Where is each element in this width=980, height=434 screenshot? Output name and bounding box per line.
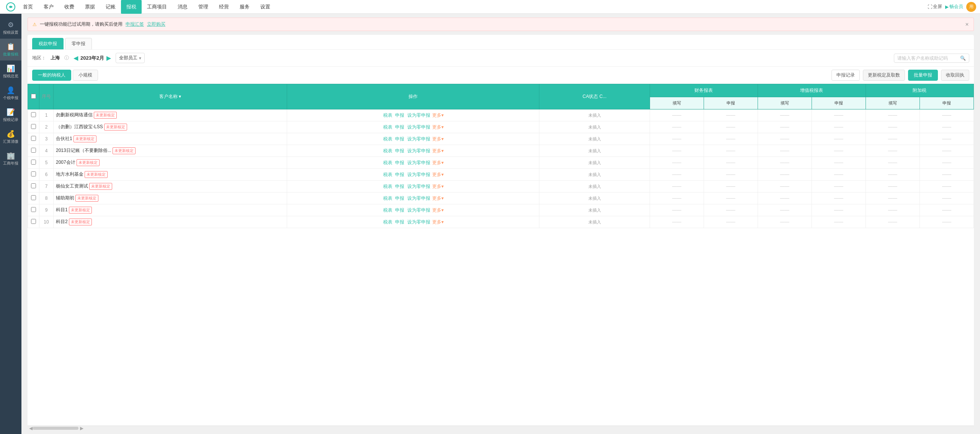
- nav-settings[interactable]: 设置: [255, 0, 276, 14]
- row-checkbox-8[interactable]: [28, 204, 39, 216]
- row-checkbox-7[interactable]: [28, 193, 39, 204]
- scroll-thumb[interactable]: [33, 427, 78, 430]
- status-badge-9[interactable]: 未更新核定: [69, 219, 92, 225]
- action-declare-0[interactable]: 申报: [395, 113, 404, 118]
- action-more-4[interactable]: 更多▾: [432, 160, 444, 165]
- department-select[interactable]: 全部员工 ▾: [116, 53, 145, 63]
- date-prev-arrow[interactable]: ◀: [74, 54, 78, 62]
- status-badge-7[interactable]: 未更新核定: [75, 195, 98, 202]
- action-tax-table-1[interactable]: 税表: [383, 124, 392, 130]
- tab-zero-declare[interactable]: 零申报: [65, 38, 92, 49]
- horizontal-scrollbar[interactable]: ◀ ▶: [28, 426, 974, 430]
- retrieve-button[interactable]: 收取回执: [941, 70, 969, 81]
- action-tax-table-0[interactable]: 税表: [383, 113, 392, 118]
- action-declare-9[interactable]: 申报: [395, 219, 404, 225]
- action-more-9[interactable]: 更多▾: [432, 219, 444, 225]
- notice-link-buy[interactable]: 立即购买: [147, 21, 165, 28]
- action-zero-9[interactable]: 设为零申报: [407, 219, 430, 225]
- sidebar-item-batch-tax[interactable]: 📋 批量报税: [0, 39, 21, 60]
- date-next-arrow[interactable]: ▶: [106, 54, 111, 62]
- action-declare-5[interactable]: 申报: [395, 172, 404, 177]
- status-badge-6[interactable]: 未更新核定: [89, 183, 112, 190]
- sidebar-item-annual-report[interactable]: 🏢 工商年报: [0, 148, 21, 170]
- action-more-0[interactable]: 更多▾: [432, 113, 444, 118]
- nav-service[interactable]: 服务: [234, 0, 255, 14]
- scroll-right-arrow[interactable]: ▶: [80, 426, 83, 431]
- action-tax-table-4[interactable]: 税表: [383, 160, 392, 165]
- status-badge-0[interactable]: 未更新核定: [94, 112, 117, 119]
- action-zero-7[interactable]: 设为零申报: [407, 196, 430, 201]
- tab-small-scale[interactable]: 小规模: [73, 70, 98, 81]
- action-zero-6[interactable]: 设为零申报: [407, 184, 430, 189]
- action-zero-2[interactable]: 设为零申报: [407, 136, 430, 142]
- notice-link-declare[interactable]: 申报汇签: [126, 21, 144, 28]
- notice-close-button[interactable]: ✕: [965, 22, 969, 27]
- nav-tax[interactable]: 报税: [121, 0, 142, 14]
- action-zero-5[interactable]: 设为零申报: [407, 172, 430, 177]
- status-badge-3[interactable]: 未更新核定: [113, 147, 136, 154]
- status-badge-1[interactable]: 未更新核定: [104, 124, 127, 131]
- nav-message[interactable]: 消息: [172, 0, 193, 14]
- status-badge-4[interactable]: 未更新核定: [77, 159, 100, 166]
- action-zero-4[interactable]: 设为零申报: [407, 160, 430, 165]
- select-all-checkbox[interactable]: [31, 94, 36, 99]
- action-declare-4[interactable]: 申报: [395, 160, 404, 165]
- action-tax-table-6[interactable]: 税表: [383, 184, 392, 189]
- sidebar-item-personal-tax[interactable]: 👤 个税申报: [0, 82, 21, 104]
- nav-operation[interactable]: 经营: [214, 0, 234, 14]
- action-zero-1[interactable]: 设为零申报: [407, 124, 430, 130]
- action-declare-3[interactable]: 申报: [395, 148, 404, 153]
- row-checkbox-3[interactable]: [28, 145, 39, 157]
- nav-accounting[interactable]: 记账: [100, 0, 121, 14]
- scroll-left-arrow[interactable]: ◀: [29, 426, 33, 431]
- action-zero-8[interactable]: 设为零申报: [407, 207, 430, 213]
- row-checkbox-5[interactable]: [28, 169, 39, 181]
- nav-invoice[interactable]: 票据: [80, 0, 100, 14]
- action-tax-table-7[interactable]: 税表: [383, 196, 392, 201]
- sidebar-item-annual-settlement[interactable]: 💰 汇算清缴: [0, 126, 21, 148]
- row-checkbox-9[interactable]: [28, 216, 39, 228]
- action-tax-table-8[interactable]: 税表: [383, 207, 392, 213]
- nav-collection[interactable]: 收费: [59, 0, 80, 14]
- nav-client[interactable]: 客户: [38, 0, 59, 14]
- action-more-7[interactable]: 更多▾: [432, 196, 444, 201]
- info-icon[interactable]: ⓘ: [64, 55, 69, 61]
- action-declare-1[interactable]: 申报: [395, 124, 404, 130]
- nav-business[interactable]: 工商项目: [142, 0, 172, 14]
- nav-home[interactable]: 首页: [18, 0, 38, 14]
- action-zero-0[interactable]: 设为零申报: [407, 113, 430, 118]
- row-checkbox-4[interactable]: [28, 157, 39, 169]
- action-more-8[interactable]: 更多▾: [432, 207, 444, 213]
- nav-manage[interactable]: 管理: [193, 0, 214, 14]
- search-icon[interactable]: 🔍: [960, 55, 966, 61]
- batch-declare-button[interactable]: 批量申报: [908, 70, 938, 81]
- action-more-3[interactable]: 更多▾: [432, 148, 444, 153]
- action-declare-7[interactable]: 申报: [395, 196, 404, 201]
- action-zero-3[interactable]: 设为零申报: [407, 148, 430, 153]
- sidebar-item-tax-record[interactable]: 📝 报税记录: [0, 104, 21, 126]
- sidebar-item-tax-overview[interactable]: 📊 报税总览: [0, 60, 21, 82]
- action-tax-table-3[interactable]: 税表: [383, 148, 392, 153]
- user-avatar[interactable]: 用: [966, 2, 976, 12]
- action-declare-2[interactable]: 申报: [395, 136, 404, 142]
- status-badge-2[interactable]: 未更新核定: [74, 135, 96, 142]
- action-declare-6[interactable]: 申报: [395, 184, 404, 189]
- search-input[interactable]: [897, 55, 959, 61]
- tab-tax-declare[interactable]: 税款申报: [32, 38, 64, 49]
- action-tax-table-2[interactable]: 税表: [383, 136, 392, 142]
- action-declare-8[interactable]: 申报: [395, 207, 404, 213]
- action-more-2[interactable]: 更多▾: [432, 136, 444, 142]
- update-tax-button[interactable]: 更新税定及取数: [863, 70, 905, 81]
- row-checkbox-6[interactable]: [28, 181, 39, 193]
- action-more-1[interactable]: 更多▾: [432, 124, 444, 130]
- action-more-5[interactable]: 更多▾: [432, 172, 444, 177]
- status-badge-8[interactable]: 未更新核定: [69, 207, 92, 214]
- row-checkbox-1[interactable]: [28, 121, 39, 133]
- fullscreen-button[interactable]: ⛶ 全屏: [928, 3, 942, 10]
- action-tax-table-5[interactable]: 税表: [383, 172, 392, 177]
- declare-record-button[interactable]: 申报记录: [831, 70, 860, 81]
- action-more-6[interactable]: 更多▾: [432, 184, 444, 189]
- status-badge-5[interactable]: 未更新核定: [85, 171, 108, 178]
- sidebar-item-tax-settings[interactable]: ⚙ 报税设置: [0, 17, 21, 39]
- row-checkbox-2[interactable]: [28, 133, 39, 145]
